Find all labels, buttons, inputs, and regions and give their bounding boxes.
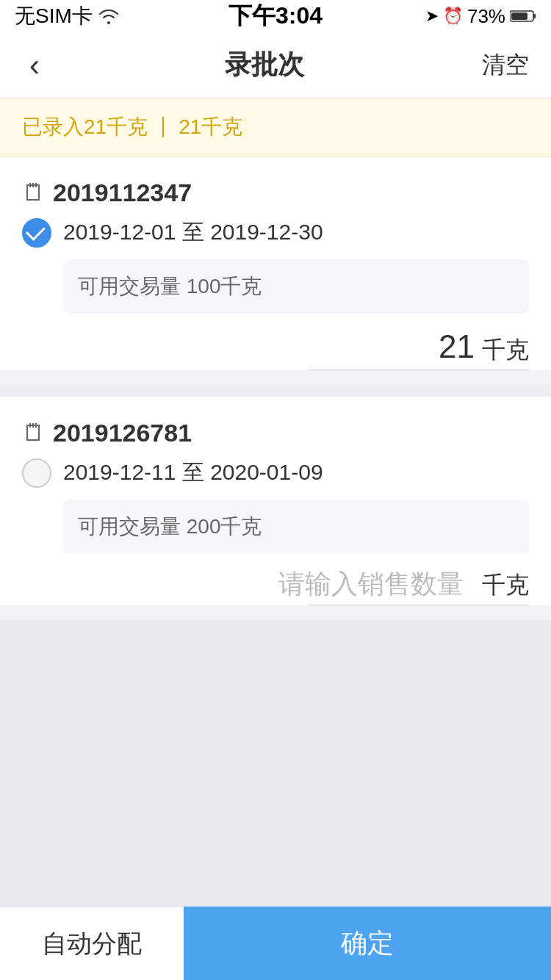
recorded-label: 已录入21千克 (22, 113, 148, 141)
info-banner: 已录入21千克 21千克 (0, 98, 551, 156)
status-right: ➤ ⏰ 73% (425, 5, 536, 28)
back-button[interactable]: ‹ (22, 40, 47, 90)
batch-date-2: 2019-12-11 至 2020-01-09 (63, 458, 323, 488)
batch-doc-icon-2: 🗒 (22, 419, 46, 447)
status-time: 下午3:04 (228, 0, 323, 32)
batch-date-1: 2019-12-01 至 2019-12-30 (63, 217, 323, 248)
batch-available-2: 可用交易量 200千克 (63, 500, 529, 554)
batch-radio-1[interactable] (22, 218, 51, 248)
batch-header-2: 🗒 2019126781 (22, 419, 529, 447)
status-bar: 无SIM卡 下午3:04 ➤ ⏰ 73% (0, 0, 551, 32)
banner-divider (162, 117, 164, 137)
batch-quantity-row-1: 21 千克 (22, 314, 529, 367)
batch-card-1: 🗒 2019112347 2019-12-01 至 2019-12-30 可用交… (0, 156, 551, 370)
wifi-icon (98, 8, 119, 24)
battery-icon (510, 10, 536, 23)
auto-distribute-button[interactable]: 自动分配 (0, 907, 184, 980)
quantity-underline-1 (309, 370, 529, 370)
batch-available-1: 可用交易量 100千克 (63, 259, 529, 314)
quantity-underline-2 (309, 605, 529, 605)
recorded-value: 21千克 (179, 113, 242, 141)
battery-text: 73% (467, 5, 505, 28)
batch-id-1: 2019112347 (53, 179, 192, 207)
batch-quantity-unit-1: 千克 (482, 334, 529, 367)
batch-row-1[interactable]: 2019-12-01 至 2019-12-30 (22, 217, 529, 248)
location-icon: ➤ (425, 7, 439, 26)
gray-area (0, 620, 551, 914)
section-divider-1 (0, 385, 551, 397)
batch-radio-2[interactable] (22, 458, 51, 488)
carrier-text: 无SIM卡 (15, 2, 93, 30)
svg-rect-2 (511, 12, 527, 20)
batch-id-2: 2019126781 (53, 419, 192, 447)
input-unit-2: 千克 (482, 569, 529, 602)
page-title: 录批次 (225, 47, 304, 83)
nav-bar: ‹ 录批次 清空 (0, 32, 551, 98)
batch-doc-icon: 🗒 (22, 179, 46, 206)
input-row-2: 千克 (22, 554, 529, 602)
batch-card-2: 🗒 2019126781 2019-12-11 至 2020-01-09 可用交… (0, 397, 551, 605)
clear-button[interactable]: 清空 (482, 49, 529, 82)
batch-row-2[interactable]: 2019-12-11 至 2020-01-09 (22, 458, 529, 488)
batch-quantity-value-1: 21 (439, 328, 475, 365)
batch-header-1: 🗒 2019112347 (22, 179, 529, 207)
bottom-bar: 自动分配 确定 (0, 907, 551, 980)
alarm-icon: ⏰ (443, 7, 463, 26)
svg-rect-1 (533, 14, 536, 18)
status-left: 无SIM卡 (15, 2, 119, 30)
quantity-input-2[interactable] (22, 569, 475, 599)
confirm-button[interactable]: 确定 (184, 907, 551, 980)
